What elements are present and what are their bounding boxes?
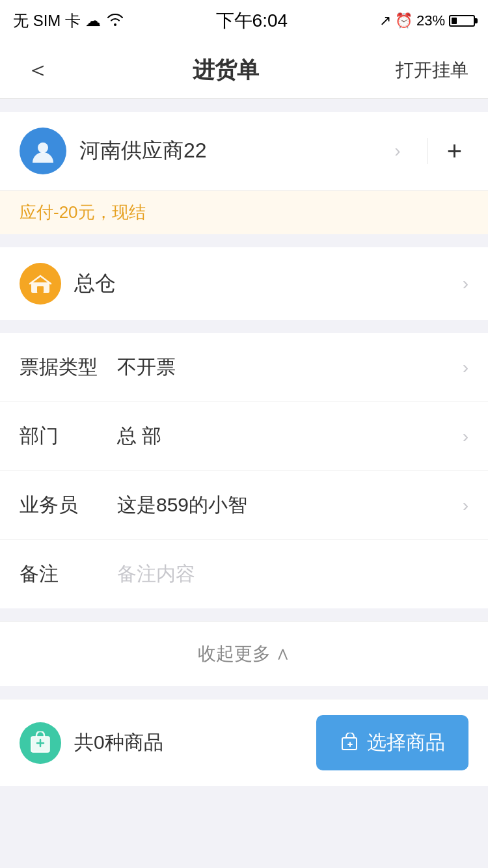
supplier-section: 河南供应商22 › + 应付-20元，现结 <box>0 112 488 234</box>
product-icon <box>20 722 61 764</box>
salesman-chevron-icon: › <box>463 495 468 516</box>
page-title: 进货单 <box>193 55 259 85</box>
supplier-name: 河南供应商22 <box>79 137 394 165</box>
gap-1 <box>0 99 488 112</box>
salesman-label: 业务员 <box>20 492 111 519</box>
warehouse-name: 总仓 <box>74 269 463 298</box>
department-row[interactable]: 部门 总 部 › <box>0 402 488 471</box>
cart-icon <box>340 733 360 753</box>
location-icon: ↗ <box>379 12 391 29</box>
department-chevron-icon: › <box>463 426 468 447</box>
status-bar: 无 SIM 卡 ☁ 下午6:04 ↗ ⏰ 23% <box>0 0 488 42</box>
salesman-row[interactable]: 业务员 这是859的小智 › <box>0 471 488 540</box>
salesman-value: 这是859的小智 <box>111 492 463 519</box>
nav-bar: ＜ 进货单 打开挂单 <box>0 42 488 99</box>
supplier-row[interactable]: 河南供应商22 › + <box>0 112 488 191</box>
battery-percent: 23% <box>416 12 445 29</box>
department-label: 部门 <box>20 423 111 450</box>
collapse-button[interactable]: 收起更多 ∧ <box>0 621 488 686</box>
alarm-icon: ⏰ <box>395 12 413 29</box>
supplier-avatar <box>20 128 66 174</box>
warehouse-icon <box>20 263 61 305</box>
battery-icon <box>449 15 475 27</box>
warehouse-row[interactable]: 总仓 › <box>0 247 488 320</box>
open-pending-button[interactable]: 打开挂单 <box>396 58 468 83</box>
collapse-label: 收起更多 ∧ <box>198 644 291 664</box>
status-right: ↗ ⏰ 23% <box>379 12 475 29</box>
notice-bar: 应付-20元，现结 <box>0 191 488 234</box>
invoice-type-row[interactable]: 票据类型 不开票 › <box>0 333 488 402</box>
notice-text: 应付-20元，现结 <box>20 202 146 222</box>
product-count: 共0种商品 <box>74 729 316 756</box>
invoice-value: 不开票 <box>111 354 463 381</box>
sim-status: 无 SIM 卡 ☁ <box>13 10 101 31</box>
invoice-chevron-icon: › <box>463 357 468 378</box>
status-time: 下午6:04 <box>216 8 288 33</box>
add-supplier-button[interactable]: + <box>441 137 468 166</box>
remark-row[interactable]: 备注 备注内容 <box>0 540 488 608</box>
supplier-chevron-icon: › <box>394 141 400 161</box>
status-left: 无 SIM 卡 ☁ <box>13 10 124 31</box>
supplier-divider <box>427 138 427 164</box>
select-button-label: 选择商品 <box>367 729 445 756</box>
remark-input[interactable]: 备注内容 <box>111 561 468 588</box>
svg-point-0 <box>38 142 48 153</box>
department-value: 总 部 <box>111 423 463 450</box>
form-section: 票据类型 不开票 › 部门 总 部 › 业务员 这是859的小智 › 备注 备注… <box>0 333 488 608</box>
wifi-icon <box>106 12 124 30</box>
remark-label: 备注 <box>20 561 111 588</box>
back-button[interactable]: ＜ <box>20 47 56 92</box>
bottom-bar: 共0种商品 选择商品 <box>0 699 488 786</box>
warehouse-chevron-icon: › <box>463 273 468 294</box>
select-product-button[interactable]: 选择商品 <box>316 715 468 770</box>
invoice-label: 票据类型 <box>20 354 111 381</box>
svg-rect-2 <box>37 286 44 293</box>
